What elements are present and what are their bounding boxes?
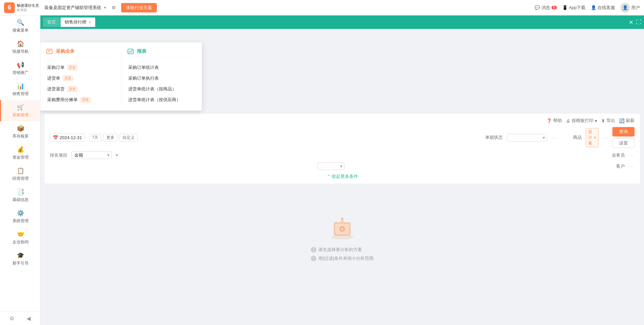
tab-sales-rank-label: 销售排行榜 xyxy=(65,19,86,25)
export-icon: ⬆ xyxy=(601,118,605,123)
goods-dots[interactable]: ··· xyxy=(603,135,608,140)
sidebar-item-search[interactable]: 🔍 搜索菜单 xyxy=(0,15,40,37)
sidebar-label-marketing: 营销推广 xyxy=(12,70,29,76)
page-content: 采购业务 采购订单 历史 进货单 历史 进货退货 历史 xyxy=(40,29,644,325)
goods-tag-label: 设计素 xyxy=(588,129,592,146)
tab-bar-expand-icon[interactable]: ⛶ xyxy=(636,19,641,26)
history-badge-1: 历史 xyxy=(63,76,73,81)
tab-bar-close-icon[interactable]: ✕ xyxy=(629,19,633,26)
quick-date-7days[interactable]: 7天 xyxy=(89,134,102,141)
user-label: 用户 xyxy=(631,5,640,11)
export-button[interactable]: ⬆ 导出 xyxy=(601,118,615,124)
sidebar-item-basic[interactable]: 📑 基础信息 xyxy=(0,185,40,206)
menu-item-receipt-stat-goods[interactable]: 进货单统计表（按商品） xyxy=(127,84,197,94)
sidebar-item-system[interactable]: ⚙️ 系统管理 xyxy=(0,206,40,227)
sidebar-item-nav[interactable]: 🏠 快捷导航 xyxy=(0,37,40,58)
quick-date-more[interactable]: 更多 xyxy=(103,134,117,141)
date-end: 2024-12-31 xyxy=(60,135,82,140)
sidebar-item-finance[interactable]: 💰 资金管理 xyxy=(0,143,40,164)
online-service-action[interactable]: 👤 在线客服 xyxy=(591,5,615,11)
sidebar-item-sales[interactable]: 📊 销售管理 xyxy=(0,79,40,100)
sidebar: 🔍 搜索菜单 🏠 快捷导航 📢 营销推广 📊 销售管理 🛒 采购管理 📦 库存核… xyxy=(0,15,40,325)
tab-sales-rank[interactable]: 销售排行榜 ✕ xyxy=(61,17,95,27)
query-buttons: 查询 设置 xyxy=(612,127,635,148)
purchase-section-title: 采购业务 xyxy=(56,48,75,54)
tab-close-icon[interactable]: ✕ xyxy=(88,21,91,24)
quick-date-custom[interactable]: 自定义 xyxy=(119,134,138,141)
salesman-dots[interactable]: ··· xyxy=(629,153,635,158)
sort-select[interactable] xyxy=(318,162,345,170)
sidebar-item-guide[interactable]: 🎓 新手引导 xyxy=(0,248,40,270)
help-label: 帮助 xyxy=(553,118,562,124)
tip-num-2: 2 xyxy=(311,256,316,261)
menu-item-expense-label: 采购费用分摊单 xyxy=(47,97,78,103)
sidebar-label-collab: 企业协同 xyxy=(12,239,29,245)
sidebar-item-marketing[interactable]: 📢 营销推广 xyxy=(0,58,40,79)
sidebar-label-nav: 快捷导航 xyxy=(12,49,29,54)
app-download-action[interactable]: 📱 App下载 xyxy=(562,5,585,11)
print-dropdown-icon: ▾ xyxy=(595,118,597,123)
sidebar-item-operations[interactable]: 📋 经营管理 xyxy=(0,164,40,185)
menu-item-order-exec[interactable]: 采购订单执行表 xyxy=(127,73,197,84)
customer-dots[interactable]: ··· xyxy=(629,164,635,169)
sidebar-label-basic: 基础信息 xyxy=(12,197,29,203)
rank-select[interactable]: 金额 xyxy=(71,151,112,159)
sidebar-settings-icon[interactable]: ⚙ xyxy=(9,315,14,322)
doc-status-select[interactable] xyxy=(507,134,547,141)
tip-row-2: 2 用[过滤]条件来缩小分析范围 xyxy=(311,254,373,263)
menu-report-header: 报表 xyxy=(127,48,197,58)
doc-status-dots[interactable]: ··· xyxy=(551,135,557,140)
logo-area: 6 畅捷通好生意 标准版 xyxy=(4,2,44,13)
query-button[interactable]: 查询 xyxy=(612,127,635,136)
top-header: 6 畅捷通好生意 标准版 装备及固定资产辅助管理系统 ▾ ⚙ 体验行业方案 💬 … xyxy=(0,0,644,15)
menu-item-order-exec-label: 采购订单执行表 xyxy=(128,75,159,81)
system-title-dropdown-icon[interactable]: ▾ xyxy=(104,5,106,10)
system-icon: ⚙️ xyxy=(17,209,24,217)
set-button[interactable]: 设置 xyxy=(612,138,635,148)
main-layout: 🔍 搜索菜单 🏠 快捷导航 📢 营销推广 📊 销售管理 🛒 采购管理 📦 库存核… xyxy=(0,15,644,325)
menu-item-order-stat[interactable]: 采购订单统计表 xyxy=(127,62,197,73)
print-icon: 🖨 xyxy=(566,118,570,123)
collapse-label: 收起更多条件 xyxy=(332,173,358,179)
refresh-label: 刷新 xyxy=(626,118,635,124)
settings-icon[interactable]: ⚙ xyxy=(109,3,118,12)
tab-bar-actions: ✕ ⛶ xyxy=(629,19,641,26)
menu-item-receipt[interactable]: 进货单 历史 xyxy=(46,73,116,84)
goods-tag-close-icon[interactable]: ✕ xyxy=(594,136,596,139)
sidebar-item-collab[interactable]: 🤝 企业协同 xyxy=(0,227,40,248)
message-icon: 💬 xyxy=(535,5,540,10)
svg-line-7 xyxy=(342,219,344,222)
menu-item-return[interactable]: 进货退货 历史 xyxy=(46,84,116,94)
message-action[interactable]: 💬 消息 6 xyxy=(535,5,557,11)
date-range-picker[interactable]: 📅 2024-12-31 xyxy=(50,134,85,141)
user-action[interactable]: 👤 用户 xyxy=(620,3,640,12)
refresh-button[interactable]: 🔄 刷新 xyxy=(619,118,635,124)
quick-dates: 7天 更多 自定义 xyxy=(89,134,138,141)
marketing-icon: 📢 xyxy=(17,61,24,69)
purchase-icon: 🛒 xyxy=(17,104,24,111)
filter-panel: ❓ 帮助 🖨 按模板打印 ▾ ⬆ 导出 🔄 刷新 xyxy=(44,114,640,184)
rank-arrow-icon: ▾ xyxy=(116,153,118,158)
help-button[interactable]: ❓ 帮助 xyxy=(546,118,562,124)
empty-state: 1 请先选择要分析的方案 2 用[过滤]条件来缩小分析范围 xyxy=(44,188,640,290)
sidebar-label-purchase: 采购管理 xyxy=(12,112,29,118)
menu-item-receipt-stat-supplier-label: 进货单统计表（按供应商） xyxy=(128,97,181,103)
tab-bar: 首页 销售排行榜 ✕ ✕ ⛶ xyxy=(40,15,644,29)
header-right: 💬 消息 6 📱 App下载 👤 在线客服 👤 用户 xyxy=(535,3,640,12)
operations-icon: 📋 xyxy=(17,167,24,174)
sidebar-label-guide: 新手引导 xyxy=(12,260,29,266)
menu-item-purchase-order[interactable]: 采购订单 历史 xyxy=(46,62,116,73)
menu-item-expense[interactable]: 采购费用分摊单 历史 xyxy=(46,94,116,105)
sidebar-collapse-icon[interactable]: ◀ xyxy=(27,315,31,322)
tab-home[interactable]: 首页 xyxy=(43,17,60,27)
menu-item-receipt-label: 进货单 xyxy=(47,75,60,81)
sidebar-item-inventory[interactable]: 📦 库存核算 xyxy=(0,121,40,143)
doc-status-label: 单据状态 xyxy=(485,134,503,140)
print-button[interactable]: 🖨 按模板打印 ▾ xyxy=(566,118,597,124)
sidebar-item-purchase[interactable]: 🛒 采购管理 xyxy=(0,100,40,121)
sidebar-label-system: 系统管理 xyxy=(12,218,29,224)
collapse-button[interactable]: ⌃ 收起更多条件 xyxy=(327,173,358,179)
refresh-icon: 🔄 xyxy=(619,118,624,123)
trial-button[interactable]: 体验行业方案 xyxy=(121,3,157,12)
menu-item-receipt-stat-supplier[interactable]: 进货单统计表（按供应商） xyxy=(127,94,197,105)
